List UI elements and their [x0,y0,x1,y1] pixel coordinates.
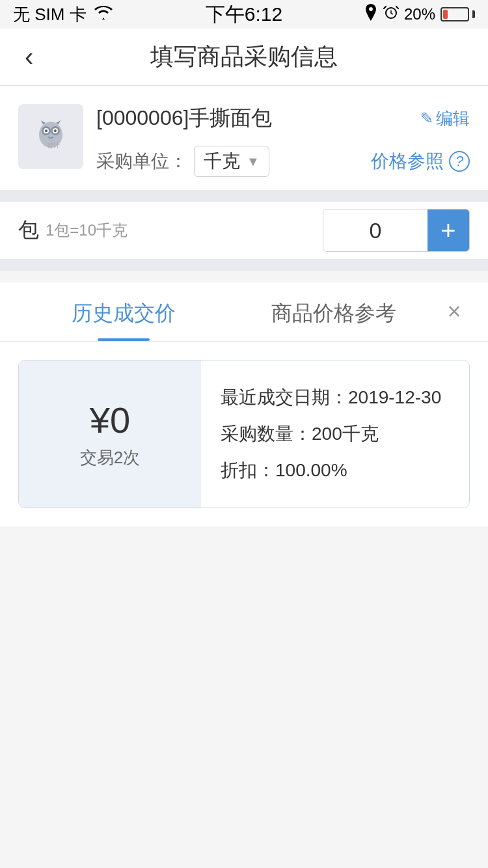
history-card: ¥0 交易2次 最近成交日期：2019-12-30 采购数量：200千克 折扣：… [18,360,470,508]
unit-conversion: 1包=10千克 [46,220,128,241]
history-qty-value: 200千克 [312,424,379,444]
history-qty-row: 采购数量：200千克 [221,420,450,448]
product-header: [0000006]手撕面包 ✎ 编辑 [96,104,470,133]
product-card: 智计 [0000006]手撕面包 ✎ 编辑 采购单位： 千克 ▼ 价格参照 ? [0,86,488,190]
tab-history-price[interactable]: 历史成交价 [18,282,228,341]
product-unit-row: 采购单位： 千克 ▼ 价格参照 ? [96,146,470,177]
history-content: ¥0 交易2次 最近成交日期：2019-12-30 采购数量：200千克 折扣：… [0,342,488,526]
battery-percent: 20% [404,5,435,23]
tab-price-ref-label: 商品价格参考 [271,301,396,325]
back-button[interactable]: ‹ [18,36,40,78]
quantity-unit-label: 包 1包=10千克 [18,216,128,245]
alarm-icon [383,4,399,25]
history-price-value: ¥0 [90,399,130,441]
unit-label: 采购单位： [96,149,187,174]
wifi-icon [93,5,114,25]
quantity-plus-button[interactable]: + [427,210,469,251]
location-icon [364,4,378,25]
quantity-input[interactable] [323,210,427,251]
quantity-input-wrap: + [323,209,470,252]
svg-point-7 [54,129,57,132]
history-details-column: 最近成交日期：2019-12-30 采购数量：200千克 折扣：100.00% [201,360,469,508]
history-discount-label: 折扣： [221,460,275,480]
history-discount-value: 100.00% [275,460,347,480]
history-qty-label: 采购数量： [221,424,312,444]
tab-history-label: 历史成交价 [72,301,176,325]
dropdown-arrow-icon: ▼ [247,154,260,169]
edit-icon: ✎ [420,109,433,128]
product-thumbnail-icon: 智计 [31,114,70,160]
status-bar: 无 SIM 卡 下午6:12 20% [0,0,488,29]
quantity-row: 包 1包=10千克 + [0,202,488,259]
price-ref-label: 价格参照 [371,149,444,174]
no-sim-text: 无 SIM 卡 [13,3,87,26]
price-ref-button[interactable]: 价格参照 ? [371,149,470,174]
tab-price-reference[interactable]: 商品价格参考 [228,282,439,341]
nav-bar: ‹ 填写商品采购信息 [0,29,488,86]
tabs-container: 历史成交价 商品价格参考 × [0,282,488,342]
battery-indicator [441,7,475,21]
svg-point-6 [45,129,47,132]
unit-name: 包 [18,216,39,245]
info-icon: ? [449,151,470,172]
history-trade-count: 交易2次 [80,446,140,469]
svg-text:智计: 智计 [47,142,60,149]
status-time: 下午6:12 [206,1,282,28]
product-info: [0000006]手撕面包 ✎ 编辑 采购单位： 千克 ▼ 价格参照 ? [96,104,470,177]
status-right: 20% [364,4,475,25]
unit-select[interactable]: 千克 ▼ [194,146,269,177]
main-background [0,526,488,868]
section-divider [0,190,488,202]
history-discount-row: 折扣：100.00% [221,457,450,484]
product-image: 智计 [18,104,83,169]
page-title: 填写商品采购信息 [150,41,338,73]
section-divider-2 [0,259,488,271]
product-name: [0000006]手撕面包 [96,104,272,133]
status-left: 无 SIM 卡 [13,3,114,26]
tab-close-button[interactable]: × [439,296,470,327]
history-date-row: 最近成交日期：2019-12-30 [221,384,450,411]
history-date-value: 2019-12-30 [348,387,441,407]
edit-label: 编辑 [436,107,470,130]
unit-value: 千克 [204,149,240,174]
history-date-label: 最近成交日期： [221,387,348,407]
edit-button[interactable]: ✎ 编辑 [420,107,470,130]
history-price-column: ¥0 交易2次 [19,360,201,508]
